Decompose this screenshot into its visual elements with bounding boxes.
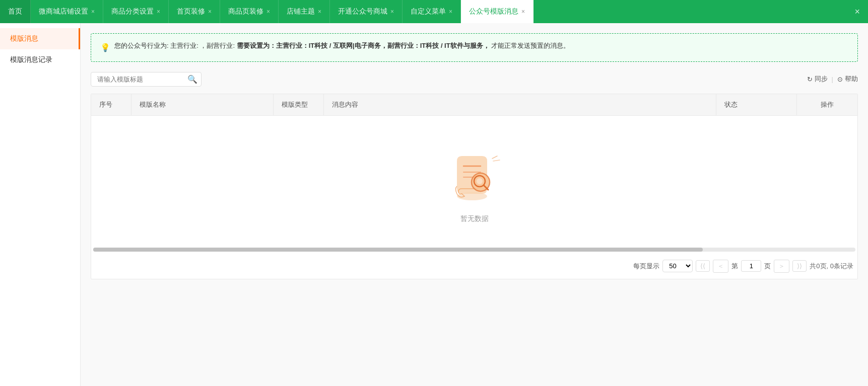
toolbar-right: ↻ 同步 | ⊙ 帮助 bbox=[807, 74, 858, 84]
nav-custom-menu[interactable]: 自定义菜单 × bbox=[403, 0, 461, 23]
sync-icon: ↻ bbox=[807, 75, 813, 83]
nav-product-page[interactable]: 商品页装修 × bbox=[220, 0, 279, 23]
nav-wsc-label: 微商城店铺设置 bbox=[39, 7, 88, 16]
horizontal-scrollbar[interactable] bbox=[91, 246, 857, 254]
th-action: 操作 bbox=[797, 94, 857, 115]
nav-category[interactable]: 商品分类设置 × bbox=[103, 0, 169, 23]
page-next-button[interactable]: ＞ bbox=[774, 260, 789, 273]
page-label-first: 第 bbox=[731, 262, 738, 271]
toolbar: 🔍 ↻ 同步 | ⊙ 帮助 bbox=[91, 72, 858, 87]
page-first-button[interactable]: ⟨⟨ bbox=[696, 260, 710, 272]
content-area: 💡 您的公众号行业为: 主营行业: ，副营行业: 需要设置为：主营行业：IT科技… bbox=[81, 23, 868, 386]
search-wrap: 🔍 bbox=[91, 72, 202, 87]
nav-wsc[interactable]: 微商城店铺设置 × bbox=[31, 0, 103, 23]
empty-text: 暂无数据 bbox=[460, 214, 489, 223]
sidebar-item-template-msg[interactable]: 模版消息 bbox=[0, 28, 80, 49]
search-input[interactable] bbox=[91, 72, 202, 87]
empty-state: 暂无数据 bbox=[91, 116, 857, 244]
page-prev-button[interactable]: ＜ bbox=[713, 260, 728, 273]
nav-category-close[interactable]: × bbox=[157, 8, 160, 15]
main-layout: 模版消息 模版消息记录 💡 您的公众号行业为: 主营行业: ，副营行业: 需要设… bbox=[0, 23, 868, 386]
page-size-select[interactable]: 50 10 20 100 bbox=[662, 260, 693, 272]
notice-box: 💡 您的公众号行业为: 主营行业: ，副营行业: 需要设置为：主营行业：IT科技… bbox=[91, 33, 858, 62]
nav-custom-menu-label: 自定义菜单 bbox=[411, 7, 446, 16]
sync-button[interactable]: ↻ 同步 bbox=[807, 74, 828, 84]
table-header: 序号 模版名称 模版类型 消息内容 状态 操作 bbox=[91, 94, 857, 116]
page-size-label: 每页显示 bbox=[633, 262, 659, 271]
th-status: 状态 bbox=[716, 94, 797, 115]
nav-home-label: 首页 bbox=[8, 7, 22, 16]
nav-theme-label: 店铺主题 bbox=[287, 7, 315, 16]
nav-open-mall[interactable]: 开通公众号商城 × bbox=[330, 0, 403, 23]
page-total: 共0页, 0条记录 bbox=[810, 262, 853, 271]
page-input[interactable] bbox=[741, 260, 761, 272]
toolbar-divider: | bbox=[832, 75, 833, 83]
nav-open-mall-close[interactable]: × bbox=[390, 8, 394, 15]
notice-text: 您的公众号行业为: 主营行业: ，副营行业: 需要设置为：主营行业：IT科技 /… bbox=[114, 41, 848, 51]
nav-category-label: 商品分类设置 bbox=[111, 7, 154, 16]
th-name: 模版名称 bbox=[131, 94, 274, 115]
nav-homepage[interactable]: 首页装修 × bbox=[169, 0, 220, 23]
lightbulb-icon: 💡 bbox=[100, 41, 110, 54]
th-seq: 序号 bbox=[91, 94, 131, 115]
data-table: 序号 模版名称 模版类型 消息内容 状态 操作 bbox=[91, 94, 858, 279]
pagination: 每页显示 50 10 20 100 ⟨⟨ ＜ 第 页 ＞ ⟩⟩ 共0页, 0条记… bbox=[91, 254, 857, 279]
nav-template-msg[interactable]: 公众号模版消息 × bbox=[461, 0, 533, 23]
nav-product-page-label: 商品页装修 bbox=[228, 7, 263, 16]
sidebar-item-template-msg-record[interactable]: 模版消息记录 bbox=[0, 49, 80, 70]
nav-home[interactable]: 首页 bbox=[0, 0, 31, 23]
nav-template-msg-close[interactable]: × bbox=[521, 8, 525, 15]
th-type: 模版类型 bbox=[274, 94, 324, 115]
svg-line-8 bbox=[492, 156, 497, 159]
nav-homepage-label: 首页装修 bbox=[177, 7, 205, 16]
nav-template-msg-label: 公众号模版消息 bbox=[469, 7, 518, 16]
nav-homepage-close[interactable]: × bbox=[208, 8, 212, 15]
svg-line-9 bbox=[493, 160, 500, 161]
sidebar: 模版消息 模版消息记录 bbox=[0, 23, 81, 386]
empty-illustration bbox=[444, 146, 505, 206]
nav-custom-menu-close[interactable]: × bbox=[449, 8, 452, 15]
nav-theme[interactable]: 店铺主题 × bbox=[279, 0, 330, 23]
top-nav: 首页 微商城店铺设置 × 商品分类设置 × 首页装修 × 商品页装修 × 店铺主… bbox=[0, 0, 868, 23]
nav-theme-close[interactable]: × bbox=[318, 8, 321, 15]
nav-product-page-close[interactable]: × bbox=[266, 8, 270, 15]
page-last-button[interactable]: ⟩⟩ bbox=[792, 260, 807, 272]
scrollbar-thumb[interactable] bbox=[93, 248, 703, 252]
help-button[interactable]: ⊙ 帮助 bbox=[837, 74, 858, 84]
svg-point-7 bbox=[477, 178, 483, 184]
close-all-tabs-button[interactable]: × bbox=[846, 7, 868, 17]
page-label-page: 页 bbox=[764, 262, 771, 271]
th-content: 消息内容 bbox=[324, 94, 716, 115]
help-icon: ⊙ bbox=[837, 75, 843, 83]
nav-open-mall-label: 开通公众号商城 bbox=[338, 7, 387, 16]
search-button[interactable]: 🔍 bbox=[187, 74, 197, 84]
nav-wsc-close[interactable]: × bbox=[91, 8, 95, 15]
scrollbar-track bbox=[93, 248, 855, 252]
